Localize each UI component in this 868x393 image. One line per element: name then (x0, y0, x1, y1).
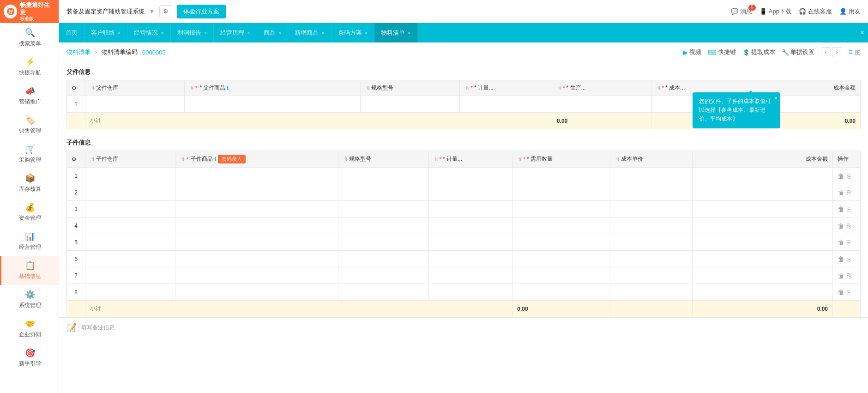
child-row-8-warehouse[interactable] (85, 284, 175, 301)
child-row-8-product[interactable] (175, 284, 338, 301)
tab-profit[interactable]: 利润报告 × (171, 23, 214, 42)
sort-cost[interactable]: ⇅ (657, 85, 661, 91)
sidebar-item-enterprise[interactable]: 🤝 企业协同 (0, 314, 59, 343)
child-row-5-unit-cost[interactable] (610, 234, 693, 251)
child-row-6-warehouse[interactable] (85, 251, 175, 267)
app-download-button[interactable]: 📱 App下载 (760, 7, 791, 16)
breadcrumb-parent[interactable]: 物料清单 (66, 48, 90, 56)
child-row-5-qty[interactable] (512, 234, 610, 251)
close-barcode-tab[interactable]: × (365, 30, 368, 36)
tab-operations[interactable]: 经营情况 × (127, 23, 170, 42)
child-row-2-unit[interactable] (428, 184, 512, 201)
delete-row-4-icon[interactable]: 🗑 (838, 222, 844, 230)
child-row-3-amount[interactable] (693, 201, 833, 218)
child-row-7-spec[interactable] (338, 267, 428, 284)
user-menu[interactable]: 👤 用友 (839, 7, 861, 16)
sidebar-item-finance[interactable]: 💰 资金管理 (0, 198, 59, 227)
child-row-3-spec[interactable] (338, 201, 428, 218)
child-row-3-warehouse[interactable] (85, 201, 175, 218)
child-row-2-amount[interactable] (693, 184, 833, 201)
shortcut-button[interactable]: ⌨ 快捷键 (708, 48, 736, 56)
child-row-1-unit-cost[interactable] (610, 168, 693, 184)
child-row-8-unit[interactable] (428, 284, 512, 301)
child-row-7-qty[interactable] (512, 267, 610, 284)
child-row-1-unit[interactable] (428, 168, 512, 184)
child-row-7-unit[interactable] (428, 267, 512, 284)
sidebar-item-inventory[interactable]: 📦 库存核算 (0, 169, 59, 198)
child-row-5-amount[interactable] (693, 234, 833, 251)
child-sort-spec[interactable]: ⇅ (344, 157, 348, 162)
child-row-6-amount[interactable] (693, 251, 833, 267)
child-row-2-spec[interactable] (338, 184, 428, 201)
sidebar-item-system[interactable]: ⚙️ 系统管理 (0, 285, 59, 314)
child-row-7-amount[interactable] (693, 267, 833, 284)
parent-product-info-icon[interactable]: ℹ (227, 85, 229, 91)
child-row-5-warehouse[interactable] (85, 234, 175, 251)
child-row-4-unit-cost[interactable] (610, 218, 693, 234)
single-settings-button[interactable]: 🔧 单据设置 (782, 48, 814, 56)
child-product-info-icon[interactable]: ℹ (214, 156, 217, 163)
tooltip-close-button[interactable]: × (774, 94, 778, 103)
child-row-4-warehouse[interactable] (85, 218, 175, 234)
sidebar-item-marketing[interactable]: 📣 营销推广 (0, 81, 59, 110)
child-row-7-unit-cost[interactable] (610, 267, 693, 284)
delete-row-2-icon[interactable]: 🗑 (838, 189, 844, 196)
delete-row-3-icon[interactable]: 🗑 (838, 206, 844, 213)
sidebar-item-quick-nav[interactable]: ⚡ 快捷导航 (0, 52, 59, 81)
child-row-7-warehouse[interactable] (85, 267, 175, 284)
notes-placeholder[interactable]: 填写备注信息 (81, 324, 115, 332)
child-settings-icon[interactable]: ⚙ (72, 156, 77, 163)
tab-products[interactable]: 商品 × (257, 23, 288, 42)
child-row-4-qty[interactable] (512, 218, 610, 234)
tab-bom[interactable]: 物料清单 × (374, 23, 417, 42)
child-row-5-product[interactable] (175, 234, 338, 251)
copy-row-7-icon[interactable]: ⎘ (847, 272, 850, 279)
child-row-6-unit[interactable] (428, 251, 512, 267)
sidebar-item-purchase[interactable]: 🛒 采购管理 (0, 139, 59, 169)
child-row-6-spec[interactable] (338, 251, 428, 267)
child-row-1-spec[interactable] (338, 168, 428, 184)
child-row-3-product[interactable] (175, 201, 338, 218)
copy-row-6-icon[interactable]: ⎘ (847, 255, 850, 263)
online-service-button[interactable]: 🎧 在线客服 (799, 7, 832, 16)
sort-production[interactable]: ⇅ (558, 85, 561, 91)
extract-cost-button[interactable]: 💲 提取成本 (742, 48, 775, 56)
close-operations-tab[interactable]: × (161, 30, 163, 36)
copy-row-5-icon[interactable]: ⎘ (847, 239, 850, 246)
next-arrow[interactable]: › (832, 47, 842, 57)
tab-operation-history[interactable]: 经营历程 × (214, 23, 257, 42)
grid-view-icon[interactable]: ⊞ (855, 48, 861, 57)
list-view-icon[interactable]: ≡ (849, 48, 853, 56)
child-row-4-spec[interactable] (338, 218, 428, 234)
tab-new-products[interactable]: 新增商品 × (288, 23, 331, 42)
video-button[interactable]: ▶ 视频 (683, 48, 701, 56)
parent-row-1-unit[interactable] (460, 96, 552, 113)
close-all-tabs[interactable]: × (860, 29, 864, 37)
close-new-products-tab[interactable]: × (321, 30, 324, 36)
copy-row-3-icon[interactable]: ⎘ (847, 206, 850, 213)
sort-unit[interactable]: ⇅ (465, 85, 469, 91)
child-row-7-product[interactable] (175, 267, 338, 284)
settings-icon[interactable]: ⚙ (72, 85, 77, 91)
settings-button[interactable]: ⚙ (159, 5, 172, 18)
copy-row-4-icon[interactable]: ⎘ (847, 222, 850, 230)
close-bom-tab[interactable]: × (408, 30, 410, 36)
delete-row-6-icon[interactable]: 🗑 (838, 255, 844, 263)
sort-warehouse[interactable]: ⇅ (91, 85, 95, 91)
child-row-3-unit[interactable] (428, 201, 512, 218)
prev-arrow[interactable]: ‹ (821, 47, 831, 57)
child-row-2-warehouse[interactable] (85, 184, 175, 201)
delete-row-5-icon[interactable]: 🗑 (838, 239, 844, 246)
child-row-8-spec[interactable] (338, 284, 428, 301)
child-row-4-unit[interactable] (428, 218, 512, 234)
trial-button[interactable]: 体验行业方案 (177, 5, 226, 18)
child-sort-unit[interactable]: ⇅ (434, 157, 438, 162)
child-row-4-amount[interactable] (693, 218, 833, 234)
sidebar-item-sales[interactable]: 🏷️ 销售管理 (0, 110, 59, 139)
child-row-5-spec[interactable] (338, 234, 428, 251)
child-row-3-unit-cost[interactable] (610, 201, 693, 218)
child-row-2-unit-cost[interactable] (610, 184, 693, 201)
sidebar-item-search[interactable]: 🔍 搜索菜单 (0, 23, 59, 52)
copy-row-2-icon[interactable]: ⎘ (847, 189, 850, 196)
close-products-tab[interactable]: × (278, 30, 281, 36)
